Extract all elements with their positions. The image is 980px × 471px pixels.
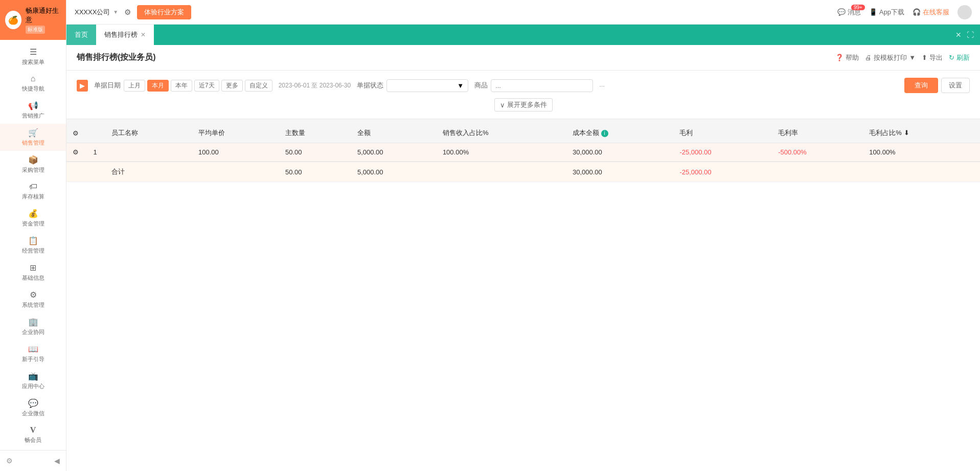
table-row: ⚙ 1 100.00 50.00 5,000.00 100.00% 30,000… [66,143,980,162]
print-button[interactable]: 🖨 按模板打印 ▼ [865,53,916,62]
marketing-icon: 📢 [28,101,38,110]
date-btn-this-month[interactable]: 本月 [147,80,169,92]
more-filters-button[interactable]: ··· [599,82,605,89]
trial-button[interactable]: 体验行业方案 [137,5,191,19]
sidebar-item-system[interactable]: ⚙ 系统管理 [0,286,66,313]
company-dropdown-icon: ▼ [113,9,118,15]
company-selector[interactable]: XXXXX公司 ▼ [75,8,118,17]
sidebar-item-enterprise[interactable]: 🏢 企业协同 [0,313,66,340]
sidebar-item-purchase[interactable]: 📦 采购管理 [0,151,66,178]
sidebar-collapse-button[interactable]: ◀ [52,455,62,467]
row-name-cell [105,143,192,162]
row-sales-pct-cell: 100.00% [437,143,566,162]
th-cost: 成本全额 i [566,123,673,143]
sales-icon: 🛒 [28,128,38,138]
logo-badge: 标准版 [26,26,45,34]
date-btn-this-year[interactable]: 本年 [171,80,192,92]
sidebar-item-operation[interactable]: 📋 经营管理 [0,232,66,259]
date-btn-last-month[interactable]: 上月 [124,80,145,92]
expand-row: ∨ 展开更多条件 [77,98,970,111]
page-content: 销售排行榜(按业务员) ❓ 帮助 🖨 按模板打印 ▼ ⬆ 导出 ↻ 刷新 [66,45,980,471]
online-service-button[interactable]: 🎧 在线客服 [913,8,949,17]
guide-icon: 📖 [28,344,38,354]
expand-conditions-button[interactable]: ∨ 展开更多条件 [494,98,553,111]
date-btn-more[interactable]: 更多 [221,80,243,92]
sidebar-item-search[interactable]: ☰ 搜索菜单 [0,43,66,70]
goods-input[interactable] [491,79,593,92]
th-gross-pct: 毛利占比% ⬇ [863,123,980,143]
page-header: 销售排行榜(按业务员) ❓ 帮助 🖨 按模板打印 ▼ ⬆ 导出 ↻ 刷新 [66,45,980,71]
row-settings-cell[interactable]: ⚙ [66,143,85,162]
goods-filter: 商品 [474,79,593,92]
sidebar-item-guide[interactable]: 📖 新手引导 [0,340,66,367]
sidebar-item-label: 基础信息 [22,274,44,282]
export-icon: ⬆ [922,54,927,61]
date-filter: 单据日期 上月 本月 本年 近7天 更多 自定义 [94,80,272,92]
sidebar-item-app-center[interactable]: 📺 应用中心 [0,367,66,394]
tab-close-all-icon[interactable]: ✕ [955,31,962,39]
sidebar-item-marketing[interactable]: 📢 营销推广 [0,97,66,124]
sidebar-item-basic[interactable]: ⊞ 基础信息 [0,259,66,286]
action-buttons: 查询 设置 [904,78,970,93]
help-label: 帮助 [846,53,859,62]
settings-icon[interactable]: ⚙ [124,8,131,17]
th-gross-rate: 毛利率 [772,123,863,143]
sidebar-item-member[interactable]: V 畅会员 [0,421,66,448]
tab-home[interactable]: 首页 [66,25,96,45]
th-settings[interactable]: ⚙ [66,123,85,143]
date-btn-7days[interactable]: 近7天 [194,80,219,92]
row-gear-icon: ⚙ [73,148,79,156]
query-button[interactable]: 查询 [904,78,938,93]
status-select[interactable]: ▼ [386,79,468,92]
sidebar-item-label: 系统管理 [22,301,44,309]
company-name: XXXXX公司 [75,8,110,17]
table-section: ⚙ 员工名称 平均单价 主数量 全额 销售收入占比% 成本全额 i 毛利 毛利率… [66,123,980,471]
th-name: 员工名称 [105,123,192,143]
footer-name-cell: 合计 [105,162,192,182]
tab-close-button[interactable]: ✕ [141,31,146,38]
home-icon: ⌂ [31,74,36,83]
message-button[interactable]: 💬 消息 99+ [837,8,861,17]
wechat-icon: 💬 [28,398,38,408]
expand-icon: ∨ [500,101,505,109]
help-button[interactable]: ❓ 帮助 [835,53,859,62]
enterprise-icon: 🏢 [28,317,38,327]
date-btn-custom[interactable]: 自定义 [245,80,272,92]
sidebar-item-finance[interactable]: 💰 资金管理 [0,205,66,232]
filter-collapse-button[interactable]: ▶ [77,80,88,92]
sidebar-item-wechat[interactable]: 💬 企业微信 [0,394,66,421]
app-download-button[interactable]: 📱 App下载 [869,8,904,17]
sidebar-item-label: 销售管理 [22,139,44,147]
system-icon: ⚙ [30,290,37,300]
sidebar-item-label: 资金管理 [22,220,44,228]
goods-label: 商品 [474,81,488,90]
logo-icon: 🍊 [5,11,21,29]
tab-sales-rank[interactable]: 销售排行榜 ✕ [96,25,154,45]
th-avg-price: 平均单价 [192,123,279,143]
row-avg-price-cell: 100.00 [192,143,279,162]
filter-row-1: ▶ 单据日期 上月 本月 本年 近7天 更多 自定义 2023-06-01 至 … [77,78,970,93]
sidebar-item-label: 应用中心 [22,383,44,390]
sidebar-item-quick-nav[interactable]: ⌂ 快捷导航 [0,70,66,97]
sidebar-item-label: 搜索菜单 [22,58,44,66]
user-avatar[interactable] [958,5,972,19]
column-settings-button[interactable]: 设置 [941,78,970,93]
sidebar-item-inventory[interactable]: 🏷 库存核算 [0,178,66,205]
row-gross-cell: -25,000.00 [673,143,772,162]
row-amount-cell: 5,000.00 [351,143,437,162]
sidebar-settings-button[interactable]: ⚙ [4,455,15,467]
sidebar-item-label: 企业协同 [22,328,44,336]
app-center-icon: 📺 [28,371,38,381]
expand-label: 展开更多条件 [507,100,547,109]
tab-fullscreen-icon[interactable]: ⛶ [967,31,974,39]
tab-home-label: 首页 [75,30,88,39]
refresh-button[interactable]: ↻ 刷新 [949,53,970,62]
topbar-right: 💬 消息 99+ 📱 App下载 🎧 在线客服 [837,5,972,19]
status-label: 单据状态 [357,81,383,90]
headset-icon: 🎧 [913,8,921,16]
date-range-display: 2023-06-01 至 2023-06-30 [279,81,351,90]
footer-gross-cell: -25,000.00 [673,162,772,182]
export-button[interactable]: ⬆ 导出 [922,53,943,62]
footer-cost-cell: 30,000.00 [566,162,673,182]
sidebar-item-sales[interactable]: 🛒 销售管理 [0,124,66,151]
